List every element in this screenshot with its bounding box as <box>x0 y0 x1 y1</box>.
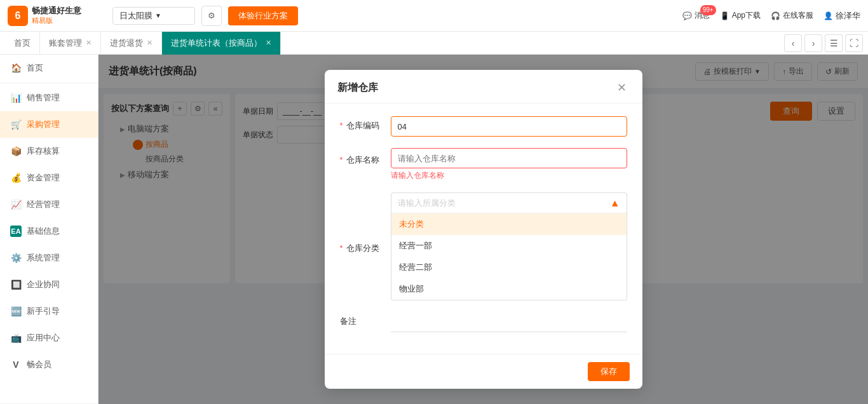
main-layout: 🏠 首页 📊 销售管理 🛒 采购管理 📦 库存核算 💰 资金管理 📈 经营管理 … <box>0 55 868 404</box>
category-input-wrap: 请输入所属分类 ▲ 未分类 经营一部 经营二部 物业部 <box>391 192 627 300</box>
dropdown-option-0[interactable]: 未分类 <box>391 213 627 235</box>
tab-purchase-return[interactable]: 进货退货 ✕ <box>101 32 162 55</box>
sidebar-item-inventory[interactable]: 📦 库存核算 <box>0 138 98 165</box>
dialog-title: 新增仓库 <box>337 81 378 95</box>
sidebar-item-guide[interactable]: 🆕 新手引导 <box>0 298 98 325</box>
sidebar: 🏠 首页 📊 销售管理 🛒 采购管理 📦 库存核算 💰 资金管理 📈 经营管理 … <box>0 55 98 404</box>
home-icon: 🏠 <box>10 62 22 74</box>
tab-account[interactable]: 账套管理 ✕ <box>40 32 101 55</box>
top-header: 6 畅捷通好生意 精易版 日太阳膜 ▼ ⚙ 体验行业方案 💬 消息 99+ 📱 … <box>0 0 868 32</box>
sidebar-system-label: 系统管理 <box>27 252 60 264</box>
tab-purchase-stats-label: 进货单统计表（按商品） <box>171 37 262 49</box>
code-required-star: * <box>340 121 343 130</box>
tab-purchase-stats[interactable]: 进货单统计表（按商品） ✕ <box>162 32 281 55</box>
new-warehouse-dialog: 新增仓库 ✕ * 仓库编码 <box>325 70 642 389</box>
settings-icon[interactable]: ⚙ <box>201 6 222 26</box>
tab-menu-icon[interactable]: ☰ <box>825 34 843 52</box>
logo-sub: 精易版 <box>32 16 81 25</box>
category-dropdown: 未分类 经营一部 经营二部 物业部 <box>391 213 627 300</box>
tab-purchase-stats-close-icon[interactable]: ✕ <box>266 39 271 47</box>
app-center-icon: 📺 <box>10 332 22 344</box>
sidebar-item-system[interactable]: ⚙️ 系统管理 <box>0 245 98 271</box>
sidebar-app-center-label: 应用中心 <box>27 332 60 344</box>
dropdown-option-2[interactable]: 经营二部 <box>391 257 627 278</box>
tab-purchase-return-label: 进货退货 <box>110 37 143 49</box>
dropdown-option-1[interactable]: 经营一部 <box>391 235 627 257</box>
headset-icon: 🎧 <box>771 11 780 20</box>
trial-button[interactable]: 体验行业方案 <box>228 6 298 25</box>
inventory-icon: 📦 <box>10 145 22 157</box>
sales-icon: 📊 <box>10 92 22 104</box>
content-area: 进货单统计(按商品) 🖨 按模板打印 ▼ ↑ 导出 ↺ 刷新 <box>98 55 868 404</box>
dialog-body: * 仓库编码 * 仓库名称 <box>325 104 642 354</box>
category-label: * 仓库分类 <box>340 239 391 254</box>
collab-icon: 🔲 <box>10 279 22 290</box>
user-item[interactable]: 👤 徐泽华 <box>824 10 860 22</box>
sidebar-item-operation[interactable]: 📈 经营管理 <box>0 191 98 218</box>
message-item[interactable]: 💬 消息 99+ <box>682 10 710 21</box>
sidebar-item-sales[interactable]: 📊 销售管理 <box>0 84 98 111</box>
sidebar-item-collab[interactable]: 🔲 企业协同 <box>0 271 98 298</box>
dialog-footer: 保存 <box>325 354 642 389</box>
save-button[interactable]: 保存 <box>588 362 630 381</box>
code-label: * 仓库编码 <box>340 116 391 131</box>
name-input[interactable] <box>391 148 627 168</box>
app-download-item[interactable]: 📱 App下载 <box>720 10 761 21</box>
name-label-text: 仓库名称 <box>346 155 379 165</box>
dialog-header: 新增仓库 ✕ <box>325 70 642 104</box>
code-label-text: 仓库编码 <box>346 121 379 130</box>
tab-next-icon[interactable]: › <box>804 34 822 52</box>
modal-overlay: 新增仓库 ✕ * 仓库编码 <box>98 55 868 404</box>
store-dropdown-arrow-icon: ▼ <box>155 12 161 19</box>
category-label-text: 仓库分类 <box>346 243 379 253</box>
message-badge: 99+ <box>700 5 716 15</box>
code-input[interactable] <box>391 116 627 137</box>
dialog-close-icon[interactable]: ✕ <box>614 80 630 95</box>
name-label: * 仓库名称 <box>340 151 391 166</box>
tab-expand-icon[interactable]: ⛶ <box>845 34 863 52</box>
header-right: 💬 消息 99+ 📱 App下载 🎧 在线客服 👤 徐泽华 <box>682 10 860 22</box>
purchase-icon: 🛒 <box>10 119 22 130</box>
sidebar-item-app-center[interactable]: 📺 应用中心 <box>0 325 98 351</box>
sidebar-item-member[interactable]: V 畅会员 <box>0 351 98 378</box>
category-input[interactable]: 请输入所属分类 ▲ <box>391 192 627 213</box>
tab-purchase-return-close-icon[interactable]: ✕ <box>147 39 153 47</box>
app-label: App下载 <box>732 10 761 21</box>
app-icon: 📱 <box>720 11 729 20</box>
sidebar-member-label: 畅会员 <box>27 359 51 370</box>
guide-icon: 🆕 <box>10 306 22 317</box>
tab-actions: ‹ › ☰ ⛶ <box>784 34 863 52</box>
name-required-star: * <box>340 155 343 165</box>
sidebar-finance-label: 资金管理 <box>27 172 60 184</box>
tab-prev-icon[interactable]: ‹ <box>784 34 802 52</box>
finance-icon: 💰 <box>10 172 22 184</box>
store-name: 日太阳膜 <box>119 10 153 22</box>
sidebar-item-basic[interactable]: EA 基础信息 <box>0 218 98 245</box>
operation-icon: 📈 <box>10 199 22 210</box>
tab-home-label: 首页 <box>14 37 31 49</box>
remark-label-text: 备注 <box>340 316 356 326</box>
service-label: 在线客服 <box>783 10 813 21</box>
tab-home[interactable]: 首页 <box>5 32 40 55</box>
sidebar-item-finance[interactable]: 💰 资金管理 <box>0 165 98 191</box>
user-avatar-icon: 👤 <box>824 11 833 20</box>
sidebar-inventory-label: 库存核算 <box>27 145 60 157</box>
category-field: * 仓库分类 请输入所属分类 ▲ 未分类 经营一部 <box>340 192 627 300</box>
logo-area: 6 畅捷通好生意 精易版 <box>8 6 106 26</box>
sidebar-item-purchase[interactable]: 🛒 采购管理 <box>0 111 98 138</box>
user-name: 徐泽华 <box>836 10 860 22</box>
category-placeholder: 请输入所属分类 <box>398 198 456 209</box>
sidebar-purchase-label: 采购管理 <box>27 119 60 130</box>
sidebar-collab-label: 企业协同 <box>27 279 60 290</box>
tab-bar: 首页 账套管理 ✕ 进货退货 ✕ 进货单统计表（按商品） ✕ ‹ › ☰ ⛶ <box>0 32 868 55</box>
logo-text-block: 畅捷通好生意 精易版 <box>32 6 81 25</box>
category-up-arrow-icon[interactable]: ▲ <box>610 198 620 209</box>
online-service-item[interactable]: 🎧 在线客服 <box>771 10 813 21</box>
message-icon: 💬 <box>682 11 692 20</box>
tab-account-close-icon[interactable]: ✕ <box>86 39 92 47</box>
system-icon: ⚙️ <box>10 252 22 264</box>
store-selector[interactable]: 日太阳膜 ▼ <box>112 7 195 25</box>
sidebar-item-home[interactable]: 🏠 首页 <box>0 55 98 81</box>
dropdown-option-3[interactable]: 物业部 <box>391 278 627 300</box>
remark-input[interactable] <box>391 312 627 332</box>
